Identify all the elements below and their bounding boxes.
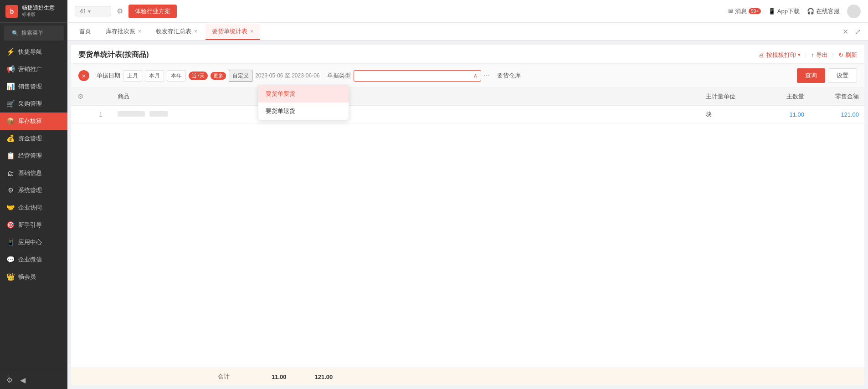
sidebar-item-purchase[interactable]: 🛒 采购管理 — [0, 95, 67, 113]
filter-type-more-btn[interactable]: ··· — [484, 72, 490, 80]
sidebar-item-label: 畅会员 — [18, 273, 36, 281]
filter-bar: » 单据日期 上月 本月 本年 近7天 更多 自定义 2023-05-06 至 … — [71, 64, 864, 88]
tab-receive-summary-label: 收发存汇总表 — [156, 27, 191, 36]
service-icon: 🎧 — [807, 8, 814, 15]
sidebar-item-app-center[interactable]: 📱 应用中心 — [0, 234, 67, 251]
refresh-btn[interactable]: ↻ 刷新 — [838, 51, 857, 59]
tab-batch-account[interactable]: 库存批次账 × — [99, 24, 148, 40]
filter-warehouse-label: 要货仓库 — [497, 72, 521, 80]
filter-custom-btn[interactable]: 自定义 — [229, 70, 252, 82]
sidebar-item-label: 应用中心 — [18, 238, 42, 246]
filter-7days-tag[interactable]: 近7天 — [189, 72, 208, 80]
tab-order-summary-close[interactable]: × — [250, 29, 253, 34]
finance-icon: 💰 — [6, 134, 15, 143]
data-table-container: ⚙ 商品 主计量单位 主数量 零售金额 1 — [71, 88, 864, 368]
sidebar: b 畅捷通好生意 标准版 🔍 搜索菜单 ⚡ 快捷导航 📢 营销推广 📊 销售管理… — [0, 0, 67, 389]
filter-expand-btn[interactable]: » — [78, 70, 89, 81]
members-icon: 👑 — [6, 273, 15, 281]
enterprise-icon: 🤝 — [6, 204, 15, 212]
basic-info-icon: 🗂 — [6, 169, 15, 177]
filter-more-tag[interactable]: 更多 — [211, 72, 226, 80]
filter-this-month-btn[interactable]: 本月 — [145, 70, 164, 82]
main-content: 41 ▾ ⚙ 体验行业方案 ✉ 消息 99+ 📱 App下载 🎧 在线客服 首页 — [67, 0, 868, 389]
tab-close-all-btn[interactable]: ✕ — [841, 26, 850, 37]
export-btn[interactable]: ↑ 导出 — [811, 51, 828, 59]
tab-batch-account-close[interactable]: × — [138, 29, 141, 34]
chevron-down-icon: ▾ — [798, 52, 801, 58]
query-btn[interactable]: 查询 — [797, 68, 825, 83]
gear-icon[interactable]: ⚙ — [117, 7, 123, 15]
search-menu[interactable]: 🔍 搜索菜单 — [4, 26, 64, 41]
product-spec-placeholder — [149, 111, 168, 117]
dropdown-item-purchase-order[interactable]: 要货单要货 — [258, 85, 349, 102]
system-icon: ⚙ — [6, 186, 15, 194]
sidebar-item-label: 快捷导航 — [18, 48, 42, 56]
table-header-row: ⚙ 商品 主计量单位 主数量 零售金额 — [71, 88, 864, 106]
search-icon: 🔍 — [12, 30, 19, 36]
sidebar-item-finance[interactable]: 💰 资金管理 — [0, 130, 67, 147]
brand-sub: 标准版 — [22, 11, 55, 18]
filter-last-month-btn[interactable]: 上月 — [123, 70, 142, 82]
tab-receive-summary-close[interactable]: × — [194, 29, 197, 34]
tab-maximize-btn[interactable]: ⤢ — [853, 26, 863, 37]
sidebar-item-quick-nav[interactable]: ⚡ 快捷导航 — [0, 43, 67, 61]
sidebar-item-wechat[interactable]: 💬 企业微信 — [0, 251, 67, 268]
filter-type-group: 单据类型 ∧ ··· — [327, 70, 490, 82]
operations-icon: 📋 — [6, 152, 15, 160]
table-row: 1 块 11.00 121.00 — [71, 106, 864, 123]
footer-amount: 121.00 — [315, 374, 333, 380]
tab-receive-summary[interactable]: 收发存汇总表 × — [149, 24, 204, 40]
tabs-count-selector[interactable]: 41 ▾ — [75, 6, 111, 16]
dropdown-item-purchase-return[interactable]: 要货单退货 — [258, 102, 349, 120]
collapse-icon[interactable]: ◀ — [20, 376, 26, 384]
industry-btn[interactable]: 体验行业方案 — [128, 5, 177, 18]
sidebar-item-marketing[interactable]: 📢 营销推广 — [0, 61, 67, 78]
sidebar-item-sales[interactable]: 📊 销售管理 — [0, 78, 67, 95]
settings-btn[interactable]: 设置 — [828, 68, 857, 83]
print-label: 按模板打印 — [766, 51, 796, 59]
sidebar-logo: b 畅捷通好生意 标准版 — [0, 0, 67, 23]
separator2: | — [832, 51, 834, 58]
separator: | — [805, 51, 806, 58]
col-product-header: 商品 — [112, 88, 700, 106]
online-service-btn[interactable]: 🎧 在线客服 — [807, 7, 840, 15]
sidebar-bottom: ⚙ ◀ — [0, 371, 67, 389]
filter-warehouse-group: 要货仓库 — [497, 72, 521, 80]
row-qty: 11.00 — [755, 106, 810, 123]
tab-home[interactable]: 首页 — [73, 24, 98, 40]
tabbar: 首页 库存批次账 × 收发存汇总表 × 要货单统计表 × ✕ ⤢ — [67, 23, 868, 41]
row-settings — [71, 106, 89, 123]
footer-qty: 11.00 — [272, 374, 287, 380]
sidebar-item-basic-info[interactable]: 🗂 基础信息 — [0, 164, 67, 182]
sidebar-item-system[interactable]: ⚙ 系统管理 — [0, 182, 67, 199]
tab-order-summary[interactable]: 要货单统计表 × — [205, 24, 260, 40]
sidebar-item-operations[interactable]: 📋 经营管理 — [0, 147, 67, 164]
col-num-header — [89, 88, 112, 106]
filter-actions: 查询 设置 — [797, 68, 857, 83]
messages-btn[interactable]: ✉ 消息 99+ — [728, 7, 761, 15]
print-icon: 🖨 — [759, 51, 765, 58]
col-qty-header: 主数量 — [755, 88, 810, 106]
filter-this-year-btn[interactable]: 本年 — [167, 70, 186, 82]
filter-type-input[interactable] — [354, 70, 481, 82]
sidebar-nav: ⚡ 快捷导航 📢 营销推广 📊 销售管理 🛒 采购管理 📦 库存核算 💰 资金管… — [0, 43, 67, 371]
table-settings-icon[interactable]: ⚙ — [77, 92, 83, 100]
print-template-btn[interactable]: 🖨 按模板打印 ▾ — [759, 51, 801, 59]
sidebar-item-inventory[interactable]: 📦 库存核算 — [0, 113, 67, 130]
sidebar-item-label: 资金管理 — [18, 134, 42, 143]
sidebar-item-members[interactable]: 👑 畅会员 — [0, 268, 67, 286]
sidebar-item-guide[interactable]: 🎯 新手引导 — [0, 216, 67, 234]
settings-icon[interactable]: ⚙ — [6, 376, 13, 384]
app-download-btn[interactable]: 📱 App下载 — [768, 7, 800, 15]
sidebar-item-enterprise[interactable]: 🤝 企业协同 — [0, 199, 67, 216]
tabbar-controls: ✕ ⤢ — [841, 26, 863, 37]
col-settings-header: ⚙ — [71, 88, 89, 106]
topbar-right: ✉ 消息 99+ 📱 App下载 🎧 在线客服 — [728, 5, 861, 18]
topbar: 41 ▾ ⚙ 体验行业方案 ✉ 消息 99+ 📱 App下载 🎧 在线客服 — [67, 0, 868, 23]
sidebar-item-label: 企业协同 — [18, 204, 42, 212]
row-amount: 121.00 — [810, 106, 864, 123]
user-avatar[interactable] — [847, 5, 861, 18]
filter-type-label: 单据类型 — [327, 72, 351, 80]
app-logo-icon: b — [5, 5, 18, 18]
tab-order-summary-label: 要货单统计表 — [212, 27, 247, 36]
